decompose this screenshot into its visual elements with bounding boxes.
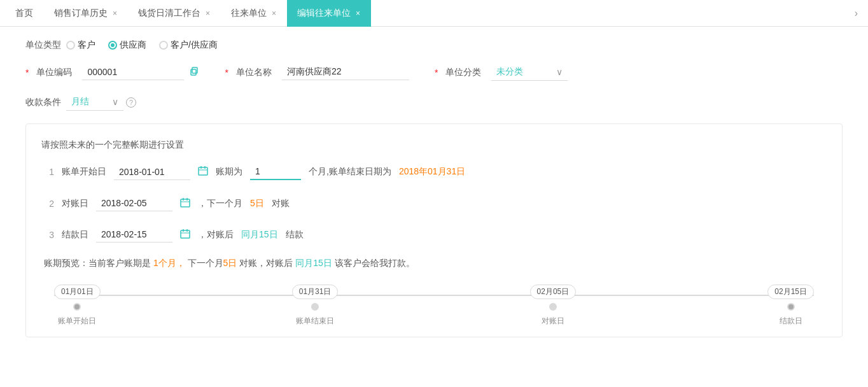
calendar-icon-2[interactable] <box>180 197 190 210</box>
reconcile-day-highlight: 5日 <box>250 198 264 209</box>
timeline-label-2: 对账日 <box>542 316 564 327</box>
radio-supplier[interactable]: 供应商 <box>108 39 146 51</box>
help-icon[interactable]: ? <box>126 97 136 108</box>
reconcile-date-input[interactable] <box>96 195 172 211</box>
step-num-1: 1 <box>41 167 54 177</box>
radio-customer[interactable]: 客户 <box>66 39 95 51</box>
unit-info-row: * 单位编码 * 单位名称 * 单位分类 未分类 ∨ <box>25 64 843 81</box>
unit-category-dropdown[interactable]: 未分类 ∨ <box>491 64 568 81</box>
svg-rect-6 <box>181 199 190 207</box>
chevron-down-icon: ∨ <box>112 97 118 107</box>
preview-reconcile-date: 5日 <box>223 258 237 268</box>
timeline-label-3: 结款日 <box>780 316 802 327</box>
setting-row-1: 1 账单开始日 账期为 个月,账单结束日期为 2018年01月31日 <box>41 164 827 180</box>
tabs-bar: 首页 销售订单历史 × 钱货日清工作台 × 往来单位 × 编辑往来单位 × › <box>0 0 868 27</box>
unit-code-group: * 单位编码 <box>25 64 199 80</box>
unit-name-label: 单位名称 <box>236 67 272 78</box>
close-icon[interactable]: × <box>272 9 276 18</box>
period-suffix: 个月,账单结束日期为 <box>309 166 391 178</box>
preview-payment-suffix: 该客户会给我打款。 <box>332 258 415 268</box>
close-icon[interactable]: × <box>356 9 360 18</box>
unit-category-label: 单位分类 <box>445 67 481 78</box>
preview-label: 账期预览：当前客户账期是 <box>44 258 151 268</box>
preview-payment-date: 15日 <box>313 258 332 268</box>
tab-cash-ledger[interactable]: 钱货日清工作台 × <box>128 0 221 27</box>
timeline-dot-1 <box>311 303 319 311</box>
close-icon[interactable]: × <box>206 9 210 18</box>
unit-code-input[interactable] <box>82 64 184 80</box>
reconcile-prefix: ，下一个月 <box>198 198 242 209</box>
unit-category-group: * 单位分类 未分类 ∨ <box>435 64 568 81</box>
unit-type-label: 单位类型 <box>25 39 61 51</box>
start-date-input[interactable] <box>114 164 190 180</box>
payment-terms-label: 收款条件 <box>25 97 61 108</box>
timeline-point-1: 01月31日 账单结束日 <box>292 285 339 327</box>
preview-reconcile-prefix: 下一个月 <box>188 258 223 268</box>
tab-counterparts[interactable]: 往来单位 × <box>221 0 287 27</box>
step-num-3: 3 <box>41 230 54 240</box>
unit-type-radio-group: 客户 供应商 客户/供应商 <box>66 39 218 51</box>
timeline-point-0: 01月01日 账单开始日 <box>54 285 101 327</box>
timeline-dot-2 <box>549 303 557 311</box>
period-input[interactable] <box>250 164 301 180</box>
setting-row-2: 2 对账日 ，下一个月5日 对账 <box>41 195 827 211</box>
close-icon[interactable]: × <box>113 9 117 18</box>
tab-sales-order-history[interactable]: 销售订单历史 × <box>44 0 128 27</box>
period-prefix: 账期为 <box>216 166 242 178</box>
preview-text: 账期预览：当前客户账期是 1个月， 下一个月5日 对账，对账后 同月15日 该客… <box>41 258 827 269</box>
timeline-dot-3 <box>787 303 795 311</box>
setting-row-3: 3 结款日 ，对账后 同月15日 结款 <box>41 227 827 243</box>
svg-rect-2 <box>199 167 207 175</box>
required-star: * <box>435 67 438 78</box>
payment-date-input[interactable] <box>96 227 172 243</box>
settings-section: 请按照未来的一个完整帐期进行设置 1 账单开始日 账期为 个月,账单结束日期为 … <box>25 123 843 337</box>
radio-circle-both <box>159 41 168 50</box>
preview-payment-prefix: 同月 <box>295 258 313 268</box>
payment-date-label: 结款日 <box>62 229 88 241</box>
payment-terms-row: 收款条件 月结 ∨ ? <box>25 94 843 111</box>
reconcile-date-label: 对账日 <box>62 198 88 209</box>
timeline: 01月01日 账单开始日 01月31日 账单结束日 02月05日 对账日 02月… <box>41 285 827 327</box>
calendar-icon-1[interactable] <box>198 165 208 178</box>
unit-name-input[interactable] <box>282 64 409 80</box>
payment-prefix: ，对账后 <box>198 229 234 241</box>
timeline-points: 01月01日 账单开始日 01月31日 账单结束日 02月05日 对账日 02月… <box>54 285 814 327</box>
timeline-badge-1: 01月31日 <box>292 285 339 299</box>
copy-icon[interactable] <box>189 66 199 79</box>
unit-name-group: * 单位名称 <box>225 64 409 80</box>
timeline-label-1: 账单结束日 <box>296 316 334 327</box>
radio-both[interactable]: 客户/供应商 <box>159 39 218 51</box>
timeline-point-2: 02月05日 对账日 <box>530 285 577 327</box>
tab-more-button[interactable]: › <box>850 8 863 19</box>
timeline-badge-2: 02月05日 <box>530 285 577 299</box>
calendar-icon-3[interactable] <box>180 229 190 241</box>
required-star: * <box>225 67 228 78</box>
radio-circle-customer <box>66 41 75 50</box>
required-star: * <box>25 67 29 78</box>
payment-day-highlight: 同月15日 <box>241 229 278 241</box>
unit-type-row: 单位类型 客户 供应商 客户/供应商 <box>25 39 843 51</box>
unit-category-value: 未分类 <box>496 66 554 78</box>
chevron-down-icon: ∨ <box>556 67 563 77</box>
timeline-dot-0 <box>73 303 81 311</box>
section-title: 请按照未来的一个完整帐期进行设置 <box>41 139 827 151</box>
reconcile-suffix: 对账 <box>272 198 290 209</box>
unit-code-label: 单位编码 <box>36 67 72 78</box>
step-num-2: 2 <box>41 199 54 209</box>
start-date-label: 账单开始日 <box>62 166 106 178</box>
preview-reconcile-suffix: 对账，对账后 <box>237 258 293 268</box>
timeline-badge-0: 01月01日 <box>54 285 101 299</box>
timeline-badge-3: 02月15日 <box>767 285 814 299</box>
tab-edit-counterpart[interactable]: 编辑往来单位 × <box>287 0 371 27</box>
tab-home[interactable]: 首页 <box>5 0 44 27</box>
end-date-highlight: 2018年01月31日 <box>399 166 465 178</box>
payment-suffix: 结款 <box>286 229 304 241</box>
svg-rect-10 <box>181 230 190 238</box>
radio-circle-supplier <box>108 41 117 50</box>
svg-rect-0 <box>191 69 196 75</box>
main-content: 单位类型 客户 供应商 客户/供应商 * 单位编码 <box>0 27 868 387</box>
payment-terms-dropdown[interactable]: 月结 ∨ <box>66 94 123 111</box>
timeline-label-0: 账单开始日 <box>58 316 96 327</box>
radio-label-both: 客户/供应商 <box>171 39 218 51</box>
payment-terms-value: 月结 <box>71 96 109 108</box>
